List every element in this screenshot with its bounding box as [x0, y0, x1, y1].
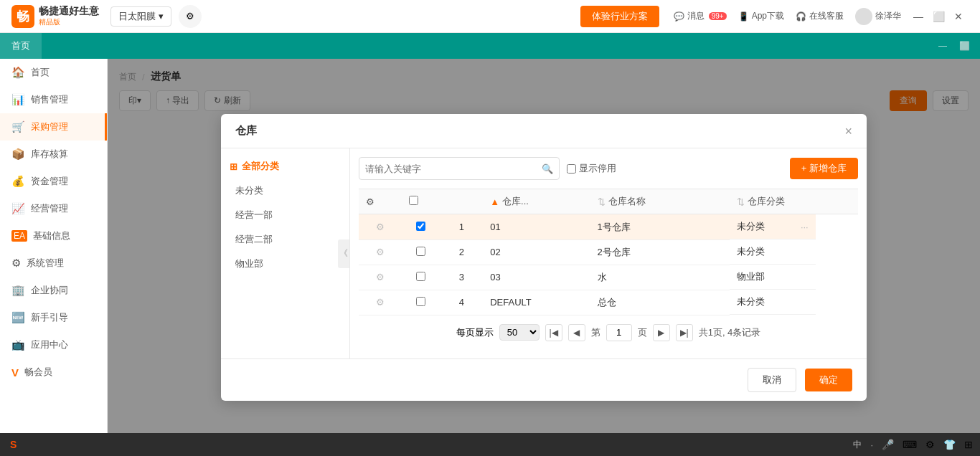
search-input[interactable]: [365, 163, 542, 174]
row-gear-icon[interactable]: ⚙: [376, 297, 385, 308]
taskbar-logo: S: [10, 439, 17, 450]
row-gear-icon[interactable]: ⚙: [376, 222, 385, 232]
table-row[interactable]: ⚙ 1 01 1号仓库 未分类 ···: [359, 214, 858, 240]
online-service-btn[interactable]: 🎧 在线客服: [796, 10, 844, 22]
row-more-button[interactable]: ···: [801, 222, 809, 232]
top-header: 畅 畅捷通好生意 精品版 日太阳膜 ▾ ⚙ 体验行业方案 💬 消息 99+ 📱 …: [0, 0, 980, 33]
sidebar-label-finance: 资金管理: [31, 175, 68, 188]
sidebar-item-purchase[interactable]: 🛒 采购管理: [0, 113, 107, 141]
member-icon: V: [11, 366, 19, 379]
phone-icon: 📱: [738, 11, 749, 22]
modal-overlay: 仓库 × ⊞ 全部分类 未分类 经营一部 经营二部 物业部: [108, 59, 980, 456]
sidebar-item-finance[interactable]: 💰 资金管理: [0, 168, 107, 195]
gear-col-icon[interactable]: ⚙: [366, 196, 374, 207]
sidebar-label-basic-info: 基础信息: [33, 229, 70, 242]
page-size-label: 每页显示: [456, 326, 494, 339]
sidebar-label-app-center: 应用中心: [31, 338, 68, 351]
th-name[interactable]: ⇅ 仓库名称: [590, 189, 730, 214]
store-selector[interactable]: 日太阳膜 ▾: [110, 6, 171, 27]
sidebar-item-sales[interactable]: 📊 销售管理: [0, 86, 107, 113]
last-page-button[interactable]: ▶|: [676, 324, 693, 341]
page-size-select[interactable]: 50 10 20 100: [499, 324, 540, 341]
next-page-button[interactable]: ▶: [653, 324, 670, 341]
sidebar-item-app-center[interactable]: 📺 应用中心: [0, 331, 107, 358]
search-wrap: 🔍: [359, 157, 560, 180]
first-page-button[interactable]: |◀: [545, 324, 562, 341]
basic-info-icon: EA: [11, 230, 27, 242]
nav-tabs: 首页 — ⬜: [0, 33, 980, 59]
prev-page-button[interactable]: ◀: [568, 324, 585, 341]
sidebar-item-inventory[interactable]: 📦 库存核算: [0, 141, 107, 168]
online-service-label: 在线客服: [809, 10, 844, 22]
cancel-button[interactable]: 取消: [748, 368, 796, 392]
category-collapse-button[interactable]: 《: [338, 239, 349, 268]
th-category[interactable]: ⇅ 仓库分类: [730, 189, 858, 214]
modal-close-button[interactable]: ×: [844, 125, 852, 138]
taskbar-zh[interactable]: 中: [853, 439, 862, 451]
table-row[interactable]: ⚙ 3 03 水 物业部: [359, 265, 858, 290]
notification-icon: 💬: [674, 11, 684, 22]
table-row[interactable]: ⚙ 2 02 2号仓库 未分类: [359, 239, 858, 265]
app-logo-icon: 畅: [11, 5, 34, 28]
table-row[interactable]: ⚙ 4 DEFAULT 总仓 未分类: [359, 290, 858, 315]
row-checkbox[interactable]: [416, 247, 425, 256]
sidebar-item-system[interactable]: ⚙ 系统管理: [0, 250, 107, 277]
system-icon: ⚙: [11, 257, 21, 270]
category-item-dept2[interactable]: 经营二部: [221, 227, 349, 252]
tab-home[interactable]: 首页: [0, 33, 42, 59]
search-icon[interactable]: 🔍: [542, 163, 553, 174]
th-name-label: 仓库名称: [608, 195, 646, 208]
app-center-icon: 📺: [11, 338, 25, 351]
row-checkbox[interactable]: [416, 297, 425, 306]
row-gear-icon[interactable]: ⚙: [376, 272, 385, 282]
row-checkbox[interactable]: [416, 272, 425, 281]
trial-button[interactable]: 体验行业方案: [580, 6, 659, 27]
inventory-icon: 📦: [11, 148, 25, 161]
sidebar-item-basic-info[interactable]: EA 基础信息: [0, 222, 107, 250]
nav-minimize-button[interactable]: —: [933, 36, 953, 56]
sidebar-item-home[interactable]: 🏠 首页: [0, 59, 107, 86]
taskbar-shirt[interactable]: 👕: [943, 439, 956, 450]
sidebar-item-guide[interactable]: 🆕 新手引导: [0, 304, 107, 331]
user-profile[interactable]: 徐泽华: [855, 8, 901, 25]
modal-title: 仓库: [235, 124, 257, 138]
page-unit: 页: [638, 326, 647, 339]
new-warehouse-button[interactable]: + 新增仓库: [790, 158, 858, 179]
sidebar-item-member[interactable]: V 畅会员: [0, 358, 107, 386]
page-number-input[interactable]: [606, 324, 632, 341]
settings-button[interactable]: ⚙: [179, 5, 202, 28]
sort-cat-icon: ⇅: [737, 196, 745, 207]
taskbar-keyboard[interactable]: ⌨: [903, 439, 917, 450]
show-disabled-checkbox[interactable]: [567, 164, 576, 174]
taskbar-settings[interactable]: ⚙: [925, 439, 935, 450]
category-item-unclassified[interactable]: 未分类: [221, 179, 349, 203]
notification-label: 消息: [687, 10, 705, 22]
th-category-label: 仓库分类: [748, 195, 785, 208]
confirm-button[interactable]: 确定: [805, 369, 852, 391]
row-checkbox[interactable]: [416, 222, 425, 231]
maximize-button[interactable]: ⬜: [928, 6, 948, 27]
app-name: 畅捷通好生意: [39, 5, 99, 17]
show-disabled-label[interactable]: 显示停用: [567, 162, 616, 175]
taskbar-extra[interactable]: ⊞: [964, 439, 973, 450]
table-body: ⚙ 1 01 1号仓库 未分类 ··· ⚙ 2 02 2号仓库 未分类: [359, 214, 858, 315]
table-panel: 🔍 显示停用 + 新增仓库: [350, 148, 867, 358]
taskbar-mic[interactable]: 🎤: [882, 439, 894, 450]
sidebar-item-operations[interactable]: 📈 经营管理: [0, 195, 107, 222]
home-icon: 🏠: [11, 66, 25, 79]
sidebar-item-enterprise[interactable]: 🏢 企业协同: [0, 277, 107, 304]
row-gear-icon[interactable]: ⚙: [376, 247, 385, 257]
select-all-checkbox[interactable]: [409, 196, 418, 205]
nav-restore-button[interactable]: ⬜: [954, 36, 974, 56]
th-code[interactable]: ▲ 仓库...: [483, 189, 590, 214]
app-download-btn[interactable]: 📱 App下载: [738, 10, 784, 22]
category-item-property[interactable]: 物业部: [221, 252, 349, 276]
notification-btn[interactable]: 💬 消息 99+: [674, 10, 727, 22]
category-item-dept1[interactable]: 经营一部: [221, 203, 349, 227]
close-window-button[interactable]: ✕: [948, 6, 969, 27]
category-all-item[interactable]: ⊞ 全部分类: [221, 154, 349, 179]
minimize-button[interactable]: —: [908, 6, 928, 27]
modal-body: ⊞ 全部分类 未分类 经营一部 经营二部 物业部 《: [221, 148, 867, 358]
warehouse-table: ⚙ ▲: [359, 189, 858, 315]
pagination: 每页显示 50 10 20 100 |◀ ◀ 第 页: [359, 315, 858, 350]
